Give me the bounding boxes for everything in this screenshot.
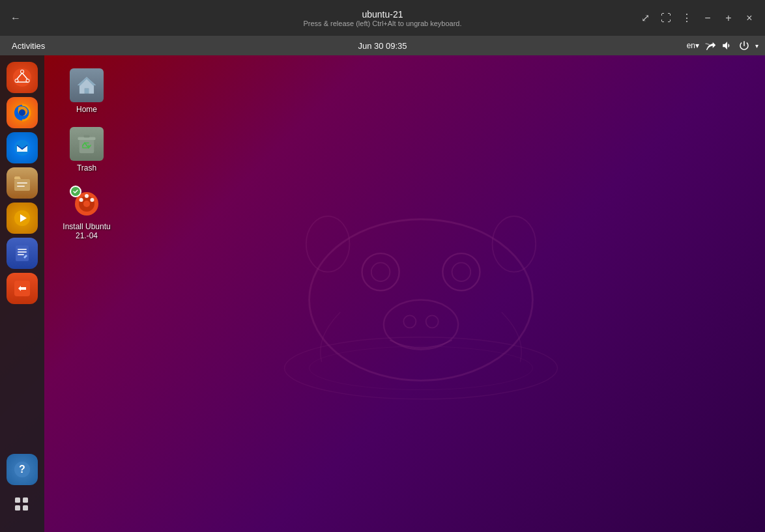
titlebar-left-controls: ←	[7, 9, 25, 27]
svg-rect-27	[16, 245, 29, 261]
svg-rect-23	[17, 182, 27, 184]
dock-item-help[interactable]: ?	[7, 454, 38, 485]
svg-point-2	[371, 262, 390, 281]
close-button[interactable]: ×	[740, 9, 758, 27]
svg-point-7	[426, 315, 438, 328]
svg-rect-24	[17, 186, 25, 187]
svg-rect-36	[15, 505, 20, 511]
desktop-icons: Home Trash	[44, 55, 129, 253]
svg-point-21	[14, 140, 30, 156]
trash-can-icon	[70, 127, 104, 161]
desktop-icon-install[interactable]: Install Ubuntu 21.-04	[57, 186, 116, 240]
svg-point-1	[362, 253, 399, 290]
dock-item-writer[interactable]	[7, 238, 38, 269]
svg-point-16	[21, 70, 23, 73]
dock-item-thunderbird[interactable]	[7, 132, 38, 163]
titlebar-controls: ⤢ ⛶ ⋮ − + ×	[636, 9, 758, 27]
svg-rect-35	[23, 497, 28, 503]
fullscreen-button[interactable]: ⛶	[657, 9, 675, 27]
dock-item-firefox[interactable]	[7, 97, 38, 128]
lang-indicator[interactable]: en▾	[687, 41, 699, 50]
svg-text:?: ?	[19, 464, 25, 475]
svg-point-3	[442, 253, 480, 290]
dock-item-files[interactable]	[7, 167, 38, 199]
titlebar: ← ubuntu-21 Press & release (left) Ctrl+…	[0, 0, 765, 36]
dock-item-ubuntu[interactable]	[7, 62, 38, 93]
svg-point-4	[452, 262, 470, 281]
activities-button[interactable]: Activities	[7, 41, 50, 51]
svg-rect-30	[18, 254, 24, 255]
menu-button[interactable]: ⋮	[678, 9, 696, 27]
desktop: ? Home	[0, 55, 765, 532]
panel-arrow-icon[interactable]: ▾	[755, 42, 758, 49]
minimize-button[interactable]: −	[699, 9, 717, 27]
dock-item-appstore[interactable]	[7, 273, 38, 304]
titlebar-subtitle: Press & release (left) Ctrl+Alt to ungra…	[303, 20, 461, 27]
home-label: Home	[76, 105, 97, 114]
trash-label: Trash	[77, 163, 96, 173]
svg-point-47	[79, 198, 83, 202]
back-button[interactable]: ←	[7, 9, 25, 27]
maximize-button[interactable]: +	[719, 9, 738, 27]
restore-button[interactable]: ⤢	[636, 9, 654, 27]
svg-point-45	[85, 194, 89, 198]
svg-rect-22	[14, 179, 30, 191]
sound-icon[interactable]	[721, 40, 733, 51]
svg-rect-28	[18, 249, 27, 250]
install-ubuntu-icon	[70, 186, 104, 219]
hippo-watermark	[258, 163, 584, 424]
svg-point-20	[19, 109, 25, 116]
svg-point-46	[90, 198, 94, 202]
install-label: Install Ubuntu 21.-04	[57, 222, 116, 240]
svg-point-44	[83, 201, 90, 207]
dock: ?	[0, 55, 44, 532]
home-folder-icon	[70, 68, 104, 102]
panel-left: Activities	[7, 41, 50, 51]
svg-rect-38	[85, 89, 89, 94]
desktop-icon-trash[interactable]: Trash	[57, 127, 116, 173]
svg-point-9	[492, 216, 536, 272]
svg-rect-41	[84, 135, 90, 138]
svg-rect-34	[15, 497, 20, 503]
show-applications-button[interactable]	[7, 489, 38, 520]
svg-rect-37	[23, 505, 28, 511]
desktop-icon-home[interactable]: Home	[57, 68, 116, 114]
dock-item-rhythmbox[interactable]	[7, 203, 38, 234]
titlebar-title: ubuntu-21	[362, 9, 403, 20]
power-icon[interactable]	[738, 40, 750, 51]
panel-datetime[interactable]: Jun 30 09:35	[358, 41, 407, 51]
panel-right-tray: en▾ ▾	[687, 40, 758, 51]
network-icon[interactable]	[704, 40, 716, 51]
svg-point-8	[306, 216, 349, 272]
svg-rect-29	[18, 251, 27, 253]
svg-point-11	[309, 346, 532, 390]
gnome-panel: Activities Jun 30 09:35 en▾ ▾	[0, 36, 765, 55]
svg-point-6	[403, 315, 416, 328]
